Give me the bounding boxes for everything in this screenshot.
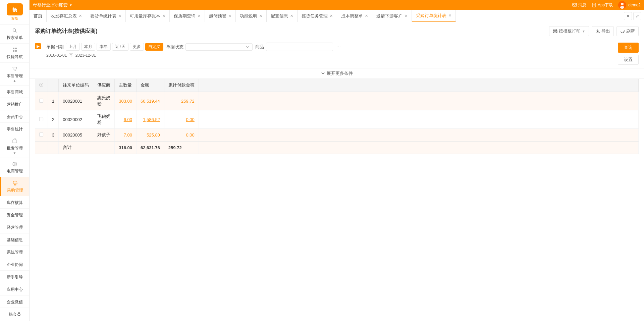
sidebar-item-marketing[interactable]: 营销推广 [0, 98, 29, 110]
svg-rect-10 [13, 140, 17, 143]
tab-receive-summary[interactable]: 收发存汇总表 ✕ [47, 10, 86, 22]
td-paid-amount[interactable]: 0.00 [164, 110, 199, 129]
svg-text:畅: 畅 [12, 7, 17, 12]
sidebar-item-quick-nav[interactable]: 快捷导航 [0, 44, 29, 63]
refresh-button[interactable]: 刷新 [616, 26, 639, 36]
table-row[interactable]: 2 00020002 飞鹤奶粉 6.00 1,586.52 0.00 [35, 110, 639, 129]
sidebar-item-retail-stats[interactable]: 零售统计 [0, 123, 29, 135]
td-paid-amount[interactable]: 0.00 [164, 129, 199, 142]
tab-receive-summary-close[interactable]: ✕ [79, 14, 82, 18]
footer-extra [199, 141, 638, 154]
tabbar-close-btn[interactable]: ✕ [624, 12, 632, 20]
btn-custom[interactable]: 自定义 [145, 43, 163, 51]
message-label: 消息 [578, 2, 586, 8]
td-amount[interactable]: 525.80 [137, 129, 164, 142]
tab-cost-adjust[interactable]: 成本调整单 ✕ [337, 10, 372, 22]
sidebar-item-wholesale[interactable]: 批发管理 ▼ [0, 135, 29, 158]
tabbar-expand-btn[interactable]: ⤢ [633, 12, 641, 20]
settings-button[interactable]: 设置 [618, 55, 639, 65]
sidebar-item-member[interactable]: 会员中心 [0, 110, 29, 123]
goods-more-icon[interactable]: ··· [336, 44, 341, 50]
sidebar-item-enterprise[interactable]: 企业协同 [0, 258, 29, 271]
btn-this-month[interactable]: 本月 [81, 43, 95, 51]
quick-nav-icon [11, 46, 18, 53]
filter-toggle[interactable]: ▶ [35, 43, 41, 49]
date-label: 单据日期 [46, 44, 64, 50]
sidebar-item-newguide[interactable]: 新手引导 [0, 271, 29, 283]
expand-conditions-area: 展开更多条件 [30, 68, 644, 79]
tab-purchase-order-stats-close[interactable]: ✕ [448, 13, 451, 18]
sidebar: 畅 标版 搜索菜单 快捷导航 零售管理 ▲ 零售商城 营销推广 会员中心 零售统… [0, 0, 30, 321]
tab-warranty[interactable]: 保质期查询 ✕ [170, 10, 205, 22]
tab-invite-downstream[interactable]: 邀请下游客户 ✕ [372, 10, 412, 22]
td-amount[interactable]: 1,586.52 [137, 110, 164, 129]
btn-more[interactable]: 更多 [130, 43, 144, 51]
sidebar-item-purchase[interactable]: 采购管理 [0, 177, 29, 196]
tab-config-info[interactable]: 配置信息 ✕ [267, 10, 298, 22]
message-action[interactable]: 消息 [572, 2, 586, 8]
sidebar-item-retail-store[interactable]: 零售商城 [0, 86, 29, 98]
sidebar-item-operations-label: 经营管理 [7, 225, 23, 230]
btn-last-month[interactable]: 上月 [66, 43, 80, 51]
tab-function-desc-close[interactable]: ✕ [259, 14, 262, 18]
workspace-selector[interactable]: 母婴行业演示账套 ▼ [33, 2, 72, 8]
tab-config-info-close[interactable]: ✕ [290, 14, 293, 18]
tab-home[interactable]: 首页 [30, 10, 47, 22]
table-row[interactable]: 3 00020005 好孩子 7.00 525.80 0.00 [35, 129, 639, 142]
sidebar-item-appcenter[interactable]: 应用中心 [0, 283, 29, 296]
query-button[interactable]: 查询 [618, 43, 639, 53]
tab-cost-adjust-close[interactable]: ✕ [365, 14, 368, 18]
svg-rect-25 [40, 117, 43, 121]
app-download-action[interactable]: App下载 [592, 2, 613, 8]
status-label: 单据状态 [166, 44, 183, 50]
data-table: 往来单位编码 供应商 主数量 金额 累计付款金额 1 00020001 惠氏奶粉… [35, 79, 639, 154]
td-main-qty[interactable]: 7.00 [115, 129, 137, 142]
td-main-qty[interactable]: 303.00 [115, 92, 137, 110]
tab-goods-stats[interactable]: 要货单统计表 ✕ [86, 10, 126, 22]
th-extra [199, 79, 638, 92]
tab-available-stock-close[interactable]: ✕ [162, 14, 165, 18]
sidebar-item-finance[interactable]: 资金管理 [0, 209, 29, 221]
tab-overstock[interactable]: 超储预警 ✕ [205, 10, 236, 22]
sidebar-item-ecommerce[interactable]: 电商管理 [0, 158, 29, 177]
svg-line-3 [15, 31, 16, 33]
svg-rect-13 [573, 3, 577, 6]
sidebar-item-wechat[interactable]: 企业微信 [0, 296, 29, 308]
td-amount[interactable]: 60,519.44 [137, 92, 164, 110]
tab-function-desc[interactable]: 功能说明 ✕ [236, 10, 267, 22]
refresh-button-label: 刷新 [626, 28, 635, 34]
tab-warranty-close[interactable]: ✕ [198, 14, 201, 18]
sidebar-item-inventory[interactable]: 库存核算 [0, 196, 29, 209]
sidebar-item-basic[interactable]: 基础信息 [0, 233, 29, 246]
td-main-qty[interactable]: 6.00 [115, 110, 137, 129]
wholesale-icon [11, 138, 18, 145]
tab-pick-task-close[interactable]: ✕ [330, 14, 333, 18]
tab-available-stock[interactable]: 可用量库存账本 ✕ [126, 10, 170, 22]
expand-conditions-btn[interactable]: 展开更多条件 [321, 70, 353, 76]
td-paid-amount[interactable]: 259.72 [164, 92, 199, 110]
th-paid-amount: 累计付款金额 [164, 79, 199, 92]
tab-pick-task[interactable]: 拣货任务管理 ✕ [298, 10, 337, 22]
user-area[interactable]: demo2 [618, 1, 641, 9]
status-select[interactable] [185, 43, 253, 51]
main-content: 母婴行业演示账套 ▼ 消息 App下载 demo2 首页 [30, 0, 644, 321]
tab-overstock-close[interactable]: ✕ [228, 14, 231, 18]
sidebar-item-search[interactable]: 搜索菜单 [0, 24, 29, 44]
footer-paid-amount: 259.72 [164, 141, 199, 154]
table-row[interactable]: 1 00020001 惠氏奶粉 303.00 60,519.44 259.72 [35, 92, 639, 110]
print-button[interactable]: 按模板打印 ▼ [549, 26, 589, 36]
tab-purchase-order-stats[interactable]: 采购订单统计表 ✕ [412, 10, 456, 22]
tab-goods-stats-close[interactable]: ✕ [118, 14, 121, 18]
topbar: 母婴行业演示账套 ▼ 消息 App下载 demo2 [30, 0, 644, 10]
tab-invite-downstream-close[interactable]: ✕ [405, 14, 408, 18]
sidebar-item-system[interactable]: 系统管理 [0, 246, 29, 258]
btn-this-year[interactable]: 本年 [97, 43, 111, 51]
btn-7days[interactable]: 近7天 [112, 43, 128, 51]
td-unit-code: 00020005 [59, 129, 93, 142]
sidebar-item-retail-stats-label: 零售统计 [7, 126, 23, 132]
export-button[interactable]: 导出 [592, 26, 614, 36]
sidebar-item-retail[interactable]: 零售管理 ▲ [0, 63, 29, 86]
sidebar-item-member2[interactable]: 畅会员 [0, 308, 29, 320]
sidebar-item-operations[interactable]: 经营管理 [0, 221, 29, 233]
goods-input[interactable] [266, 43, 333, 51]
